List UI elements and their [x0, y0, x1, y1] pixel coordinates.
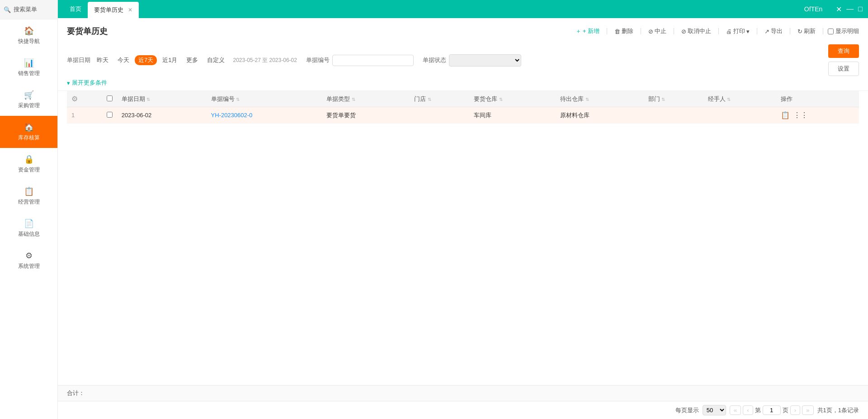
row-checkbox-0[interactable]	[107, 112, 113, 118]
sidebar-item-quick-nav[interactable]: 🏠 快捷导航	[0, 19, 57, 52]
sidebar-item-purchase-label: 采购管理	[18, 102, 40, 110]
col-doc-no-sort[interactable]: ⇅	[236, 97, 240, 102]
col-doc-date-sort[interactable]: ⇅	[146, 97, 150, 102]
doc-status-select[interactable]	[449, 54, 521, 67]
col-req-warehouse-sort[interactable]: ⇅	[499, 97, 503, 102]
new-button[interactable]: ＋ + 新增	[573, 25, 602, 37]
total-records-info: 共1页，1条记录	[817, 406, 859, 414]
table-settings-icon[interactable]: ⚙	[71, 95, 78, 103]
prev-page-button[interactable]: ‹	[743, 405, 753, 415]
sidebar-item-purchase[interactable]: 🛒 采购管理	[0, 84, 57, 116]
new-label: + 新增	[583, 27, 599, 35]
tab-requisition-history[interactable]: 要货单历史 ✕	[88, 2, 139, 18]
filter-bar: 单据日期 昨天 今天 近7天 近1月 更多 自定义 2023-05-27 至 2…	[58, 41, 868, 91]
col-store-label: 门店	[414, 95, 426, 102]
date-btn-1month[interactable]: 近1月	[159, 55, 181, 65]
col-req-warehouse: 要货仓库 ⇅	[469, 91, 556, 107]
tab-close-icon[interactable]: ✕	[128, 7, 132, 13]
system-icon: ⚙	[25, 251, 33, 261]
expand-more-button[interactable]: ▾ 展开更多条件	[67, 79, 859, 87]
col-doc-no: 单据编号 ⇅	[207, 91, 322, 107]
date-btn-more[interactable]: 更多	[183, 55, 202, 65]
sidebar-item-operations[interactable]: 📋 经营管理	[0, 180, 57, 212]
sales-icon: 📊	[24, 58, 34, 68]
current-page-input[interactable]	[763, 405, 781, 415]
sidebar-item-system[interactable]: ⚙ 系统管理	[0, 244, 57, 276]
content-area: 要货单历史 ＋ + 新增 🗑 删除 ⊘ 中止 ⊘	[58, 18, 868, 419]
divider-4	[718, 28, 719, 34]
window-close-icon[interactable]: ✕	[836, 5, 842, 14]
date-btn-custom[interactable]: 自定义	[203, 55, 228, 65]
cell-checkbox	[102, 107, 117, 124]
suspend-button[interactable]: ⊘ 中止	[646, 25, 669, 37]
col-pending-warehouse-sort[interactable]: ⇅	[585, 97, 589, 102]
col-handler-sort[interactable]: ⇅	[727, 97, 731, 102]
query-button[interactable]: 查询	[828, 44, 859, 58]
row-more-icon-0[interactable]: ⋮⋮	[793, 111, 808, 119]
delete-button[interactable]: 🗑 删除	[612, 25, 636, 37]
doc-no-link-0[interactable]: YH-20230602-0	[211, 112, 253, 119]
date-btn-yesterday[interactable]: 昨天	[93, 55, 112, 65]
sidebar-item-sales[interactable]: 📊 销售管理	[0, 52, 57, 84]
cancel-suspend-button[interactable]: ⊘ 取消中止	[679, 25, 714, 37]
setting-button[interactable]: 设置	[828, 62, 859, 76]
select-all-checkbox[interactable]	[107, 95, 113, 101]
first-page-button[interactable]: «	[730, 405, 741, 415]
sidebar-item-sales-label: 销售管理	[18, 70, 40, 77]
cell-store	[410, 107, 469, 124]
col-actions-label: 操作	[781, 95, 793, 102]
col-handler: 经手人 ⇅	[703, 91, 776, 107]
col-department: 部门 ⇅	[644, 91, 703, 107]
export-label: 导出	[771, 27, 783, 35]
date-btn-today[interactable]: 今天	[114, 55, 133, 65]
col-department-label: 部门	[648, 95, 660, 102]
doc-status-label: 单据状态	[423, 56, 446, 64]
show-detail-checkbox-input[interactable]	[828, 29, 834, 34]
window-maximize-icon[interactable]: □	[858, 5, 863, 13]
cell-pending-warehouse: 原材料仓库	[556, 107, 643, 124]
col-store-sort[interactable]: ⇅	[428, 97, 431, 102]
col-doc-date-label: 单据日期	[122, 95, 145, 102]
cell-actions: 📋 ⋮⋮	[776, 107, 859, 124]
divider-5	[757, 28, 757, 34]
cell-doc-date: 2023-06-02	[117, 107, 207, 124]
col-doc-type-label: 单据类型	[326, 95, 350, 102]
print-icon: 🖨	[726, 28, 732, 35]
filter-action-buttons: 查询 设置	[828, 44, 859, 76]
filter-date: 单据日期 昨天 今天 近7天 近1月 更多 自定义 2023-05-27 至 2…	[67, 55, 297, 65]
expand-label: 展开更多条件	[72, 79, 107, 87]
table-container: ⚙ 单据日期 ⇅ 单据编号 ⇅	[58, 91, 868, 385]
delete-label: 删除	[622, 27, 633, 35]
divider-2	[641, 28, 641, 34]
sidebar-search[interactable]: 🔍 搜索菜单	[0, 0, 57, 19]
divider-6	[790, 28, 790, 34]
row-edit-icon-0[interactable]: 📋	[781, 111, 790, 119]
print-button[interactable]: 🖨 打印 ▾	[723, 25, 752, 37]
sidebar-item-inventory[interactable]: 🏠 库存核算	[0, 116, 57, 148]
header-actions: ＋ + 新增 🗑 删除 ⊘ 中止 ⊘ 取消中止	[573, 25, 859, 37]
sidebar-search-label: 搜索菜单	[14, 5, 37, 14]
date-btn-7days[interactable]: 近7天	[135, 55, 157, 65]
show-detail-toggle[interactable]: 显示明细	[828, 27, 859, 35]
refresh-button[interactable]: ↻ 刷新	[795, 25, 818, 37]
per-page-select[interactable]: 50 10 20 100	[703, 405, 726, 415]
suspend-icon: ⊘	[648, 28, 653, 35]
tab-home[interactable]: 首页	[63, 0, 88, 18]
divider-3	[674, 28, 674, 34]
last-page-button[interactable]: »	[802, 405, 813, 415]
doc-no-input[interactable]	[332, 55, 414, 66]
cell-doc-type: 要货单要货	[322, 107, 410, 124]
export-button[interactable]: ↗ 导出	[762, 25, 785, 37]
col-department-sort[interactable]: ⇅	[661, 97, 665, 102]
sidebar-item-finance[interactable]: 🔒 资金管理	[0, 148, 57, 180]
search-icon: 🔍	[4, 6, 11, 13]
col-doc-type-sort[interactable]: ⇅	[352, 97, 355, 102]
date-filter-label: 单据日期	[67, 56, 90, 64]
tab-home-label: 首页	[70, 5, 81, 13]
table-row: 1 2023-06-02 YH-20230602-0 要货单要货 车间库 原材料…	[67, 107, 859, 124]
next-page-button[interactable]: ›	[790, 405, 800, 415]
sidebar-item-basic[interactable]: 📄 基础信息	[0, 212, 57, 244]
window-minimize-icon[interactable]: —	[846, 5, 854, 13]
date-buttons-group: 昨天 今天 近7天 近1月 更多 自定义	[93, 55, 228, 65]
print-dropdown-icon: ▾	[746, 28, 750, 35]
